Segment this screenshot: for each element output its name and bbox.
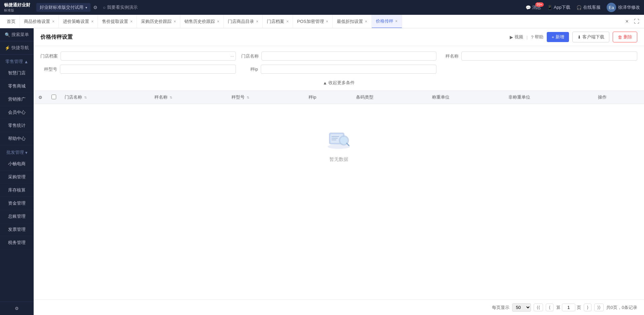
sort-scale-model-icon[interactable]: ⇅	[247, 96, 249, 99]
retail-label: 零售管理	[5, 59, 23, 65]
delete-button[interactable]: 🗑 删除	[613, 32, 637, 42]
tab-pos-management-close[interactable]: ×	[326, 19, 328, 24]
sidebar-item-help-center[interactable]: 帮助中心	[0, 132, 34, 145]
column-settings-icon[interactable]: ⚙	[38, 95, 42, 100]
th-settings: ⚙	[34, 91, 47, 104]
sidebar-item-finance[interactable]: 资金管理	[0, 197, 34, 210]
page-title: 价格传秤设置	[40, 34, 73, 41]
separator: |	[527, 35, 528, 40]
th-action-label: 操作	[598, 95, 607, 100]
page-input[interactable]	[562, 304, 575, 311]
tab-sale-price-label: 售价提取设置	[102, 19, 128, 25]
sidebar-item-tax-label: 税务管理	[8, 240, 26, 245]
sidebar-item-inventory[interactable]: 库存核算	[0, 184, 34, 197]
tab-min-discount-close[interactable]: ×	[365, 19, 367, 24]
tab-sale-price-close[interactable]: ×	[130, 19, 133, 24]
store-name-input[interactable]	[261, 51, 437, 61]
page-label: 算	[556, 305, 561, 310]
scale-name-input[interactable]	[461, 51, 637, 61]
message-button[interactable]: 💬 消息 99+	[526, 4, 541, 10]
empty-text: 暂无数据	[329, 156, 348, 163]
tab-price-transmit[interactable]: 价格传秤 ×	[372, 15, 402, 28]
settings-icon[interactable]: ⚙	[93, 5, 98, 10]
main-layout: 🔍 搜索菜单 ⚡ 快捷导航 零售管理 ▲ 智慧门店 零售商城 营销推广 会员中心…	[0, 28, 644, 315]
first-page-button[interactable]: ⟨⟨	[534, 304, 543, 311]
tab-store-archive[interactable]: 门店档案 ×	[263, 15, 293, 28]
quick-nav-label: 快捷导航	[11, 45, 29, 51]
headset-icon: 🎧	[576, 5, 582, 10]
tab-purchase-strategy-close[interactable]: ×	[91, 19, 94, 24]
demo-label: 我要看实例演示	[107, 4, 138, 10]
sidebar-item-smart-store[interactable]: 智慧门店	[0, 67, 34, 80]
sidebar-item-retail-stats-label: 零售统计	[8, 123, 26, 128]
filter-row-2: 秤型号 秤ip	[40, 65, 637, 74]
sidebar-item-purchase[interactable]: 采购管理	[0, 171, 34, 184]
sidebar-item-retail-stats[interactable]: 零售统计	[0, 119, 34, 132]
sidebar-settings[interactable]: ⚙	[0, 302, 34, 315]
sidebar: 🔍 搜索菜单 ⚡ 快捷导航 零售管理 ▲ 智慧门店 零售商城 营销推广 会员中心…	[0, 28, 34, 315]
sidebar-item-member-center[interactable]: 会员中心	[0, 106, 34, 119]
close-tab-button[interactable]: ×	[623, 18, 631, 25]
tab-purchase-history-close[interactable]: ×	[174, 19, 176, 24]
sidebar-item-invoice[interactable]: 发票管理	[0, 223, 34, 236]
delete-label: 删除	[623, 34, 632, 40]
th-store-name-label: 门店名称	[65, 95, 82, 100]
table-header-row: ⚙ 门店名称 ⇅ 秤名称 ⇅	[34, 91, 644, 104]
sidebar-item-retail-mall[interactable]: 零售商城	[0, 80, 34, 93]
sidebar-search[interactable]: 🔍 搜索菜单	[0, 28, 34, 41]
tab-price-settings[interactable]: 商品价格设置 ×	[20, 15, 59, 28]
add-label: 新增	[556, 34, 564, 40]
sidebar-item-xiaochange[interactable]: 小畅电商	[0, 158, 34, 171]
app-download-button[interactable]: 📱 App下载	[547, 4, 570, 10]
th-scale-model-label: 秤型号	[231, 95, 245, 100]
sidebar-item-accounting[interactable]: 总账管理	[0, 210, 34, 223]
video-link[interactable]: ▶ 视频	[510, 34, 523, 40]
tab-home-label: 首页	[7, 19, 15, 25]
tab-home[interactable]: 首页	[3, 15, 20, 28]
wholesale-label: 批发管理	[6, 149, 24, 155]
sort-store-name-icon[interactable]: ⇅	[84, 96, 87, 99]
user-area[interactable]: Ea 徐泽华修改	[607, 3, 640, 12]
online-service-button[interactable]: 🎧 在线客服	[576, 4, 601, 10]
tab-purchase-strategy[interactable]: 进价策略设置 ×	[59, 15, 98, 28]
content-area: 价格传秤设置 ▶ 视频 | ? 帮助 + 新增 ⬇ 客户端下载	[34, 28, 644, 315]
version-select[interactable]: 好业财标准版交付试用 ▾	[36, 3, 91, 12]
last-page-button[interactable]: ⟩⟩	[594, 304, 604, 311]
sidebar-quick-nav[interactable]: ⚡ 快捷导航	[0, 41, 34, 55]
select-all-checkbox[interactable]	[51, 95, 56, 99]
tab-price-settings-close[interactable]: ×	[52, 19, 55, 24]
empty-cell: 暂无数据	[34, 104, 644, 183]
tab-sale-price[interactable]: 售价提取设置 ×	[98, 15, 137, 28]
filter-store-archive: 门店档案 ···	[40, 51, 236, 61]
tab-pos-management-label: POS加密管理	[297, 19, 324, 25]
sort-scale-name-icon[interactable]: ⇅	[170, 96, 172, 99]
help-link[interactable]: ? 帮助	[531, 34, 543, 40]
tab-store-catalog[interactable]: 门店商品目录 ×	[224, 15, 263, 28]
tab-store-catalog-close[interactable]: ×	[256, 19, 258, 24]
sidebar-item-tax[interactable]: 税务管理	[0, 236, 34, 249]
tab-min-discount[interactable]: 最低折扣设置 ×	[333, 15, 372, 28]
store-archive-input[interactable]	[61, 52, 229, 60]
per-page-select[interactable]: 10 20 50 100	[512, 303, 531, 312]
demo-link[interactable]: ○ 我要看实例演示	[103, 4, 138, 10]
collapse-icon: ▲	[24, 59, 29, 64]
sidebar-item-marketing[interactable]: 营销推广	[0, 93, 34, 106]
empty-icon	[322, 124, 356, 151]
add-button[interactable]: + 新增	[547, 32, 569, 42]
tab-sales-history-close[interactable]: ×	[217, 19, 219, 24]
maximize-tab-button[interactable]: ⛶	[632, 18, 641, 25]
svg-point-0	[328, 144, 350, 149]
scale-ip-input[interactable]	[261, 65, 437, 74]
tab-purchase-history[interactable]: 采购历史价跟踪 ×	[137, 15, 180, 28]
tab-sales-history[interactable]: 销售历史价跟踪 ×	[180, 15, 224, 28]
scale-model-input[interactable]	[60, 65, 236, 74]
store-archive-suffix-icon[interactable]: ···	[229, 54, 236, 59]
tab-store-archive-close[interactable]: ×	[286, 19, 289, 24]
tab-price-transmit-close[interactable]: ×	[395, 19, 398, 24]
sidebar-item-help-center-label: 帮助中心	[8, 136, 26, 141]
next-page-button[interactable]: ⟩	[584, 304, 592, 311]
filter-collapse-button[interactable]: ▲ 收起更多条件	[40, 78, 637, 88]
tab-pos-management[interactable]: POS加密管理 ×	[293, 15, 332, 28]
download-button[interactable]: ⬇ 客户端下载	[572, 32, 609, 42]
prev-page-button[interactable]: ⟨	[546, 304, 553, 311]
